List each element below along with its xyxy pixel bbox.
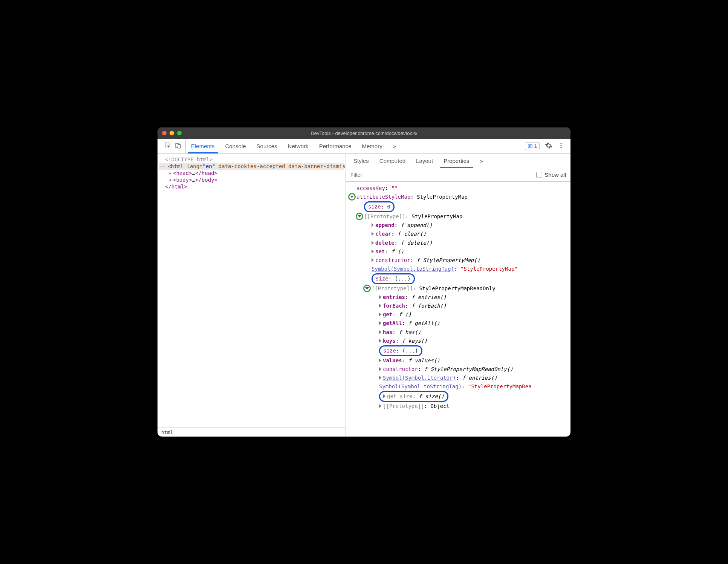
prop-tostringtag-2[interactable]: Symbol(Symbol.toStringTag): "StyleProper… — [349, 382, 567, 391]
prop-delete[interactable]: delete: f delete() — [349, 239, 567, 247]
tab-memory[interactable]: Memory — [357, 139, 388, 153]
device-toggle-icon[interactable] — [175, 142, 182, 150]
expanded-marker-icon[interactable] — [356, 213, 363, 220]
checkbox-icon[interactable] — [536, 172, 542, 178]
expand-icon[interactable] — [372, 258, 374, 262]
toolbar-right: 1 — [525, 142, 567, 151]
close-window-button[interactable] — [162, 131, 167, 135]
expand-icon[interactable] — [372, 232, 374, 236]
toolbar-icons — [161, 139, 186, 153]
expand-icon[interactable] — [372, 250, 374, 253]
prop-entries[interactable]: entries: f entries() — [349, 293, 567, 302]
issues-badge[interactable]: 1 — [525, 142, 540, 150]
side-tabs: Styles Computed Layout Properties » — [346, 154, 570, 168]
expand-icon[interactable] — [379, 376, 381, 380]
dom-head-element[interactable]: <head>…</head> — [159, 170, 344, 176]
prop-set[interactable]: set: f () — [349, 247, 567, 256]
more-side-tabs-button[interactable]: » — [475, 154, 488, 168]
prop-getall[interactable]: getAll: f getAll() — [349, 319, 567, 328]
tab-styles[interactable]: Styles — [348, 154, 374, 168]
tab-sources[interactable]: Sources — [251, 139, 283, 153]
expand-icon[interactable] — [379, 339, 381, 343]
tab-layout[interactable]: Layout — [411, 154, 438, 168]
highlight-oval: get size: f size() — [379, 391, 448, 402]
prop-get-size[interactable]: get size: f size() — [349, 391, 567, 402]
prop-size-0[interactable]: size: 0 — [349, 201, 567, 212]
expand-icon[interactable] — [170, 179, 171, 182]
inspect-icon[interactable] — [164, 142, 171, 150]
prop-accesskey[interactable]: accessKey: "" — [349, 184, 567, 193]
expand-icon[interactable] — [379, 295, 381, 299]
expand-icon[interactable] — [379, 304, 381, 308]
dom-body-element[interactable]: <body>…</body> — [159, 176, 344, 183]
prop-size-ellipsis-1[interactable]: size: (...) — [349, 273, 567, 284]
prop-clear[interactable]: clear: f clear() — [349, 230, 567, 238]
zoom-window-button[interactable] — [177, 131, 182, 135]
expand-icon[interactable] — [379, 404, 381, 408]
prop-keys[interactable]: keys: f keys() — [349, 337, 567, 345]
dom-doctype[interactable]: <!DOCTYPE html> — [159, 156, 344, 163]
expanded-marker-icon[interactable] — [348, 193, 356, 201]
svg-point-4 — [561, 143, 562, 144]
breadcrumb[interactable]: html — [158, 428, 346, 437]
expand-icon[interactable] — [379, 313, 381, 316]
dom-html-close[interactable]: </html> — [159, 183, 344, 190]
prop-constructor-2[interactable]: constructor: f StylePropertyMapReadOnly(… — [349, 365, 567, 374]
main-tabs: Elements Console Sources Network Perform… — [186, 139, 525, 153]
expand-icon[interactable] — [379, 359, 381, 362]
prop-prototype-3[interactable]: [[Prototype]]: Object — [349, 402, 567, 411]
tab-performance[interactable]: Performance — [314, 139, 357, 153]
svg-point-6 — [561, 147, 562, 148]
expand-icon[interactable] — [170, 172, 171, 175]
prop-prototype-2[interactable]: [[Prototype]]: StylePropertyMapReadOnly — [349, 284, 567, 293]
devtools-window: DevTools - developer.chrome.com/docs/dev… — [158, 127, 570, 437]
prop-attributestylemap[interactable]: attributeStyleMap: StylePropertyMap — [349, 193, 567, 201]
titlebar: DevTools - developer.chrome.com/docs/dev… — [158, 127, 570, 139]
filter-input[interactable] — [350, 172, 532, 178]
tab-properties[interactable]: Properties — [438, 154, 474, 168]
expand-icon[interactable] — [379, 367, 381, 371]
properties-tree[interactable]: accessKey: "" attributeStyleMap: StylePr… — [346, 182, 570, 437]
prop-symbol-iterator[interactable]: Symbol(Symbol.iterator): f entries() — [349, 374, 567, 382]
tab-computed[interactable]: Computed — [374, 154, 411, 168]
expanded-marker-icon[interactable] — [363, 285, 371, 292]
prop-has[interactable]: has: f has() — [349, 328, 567, 337]
prop-foreach[interactable]: forEach: f forEach() — [349, 302, 567, 310]
tab-console[interactable]: Console — [220, 139, 251, 153]
expand-icon[interactable] — [379, 330, 381, 334]
filter-bar: Show all — [346, 168, 570, 182]
prop-values[interactable]: values: f values() — [349, 356, 567, 365]
more-tabs-button[interactable]: » — [388, 139, 401, 153]
expand-icon[interactable] — [383, 394, 385, 398]
highlight-oval: size: 0 — [364, 201, 395, 212]
traffic-lights — [162, 131, 182, 135]
prop-constructor-1[interactable]: constructor: f StylePropertyMap() — [349, 256, 567, 265]
prop-append[interactable]: append: f append() — [349, 221, 567, 230]
settings-icon[interactable] — [545, 142, 552, 151]
window-title: DevTools - developer.chrome.com/docs/dev… — [158, 130, 570, 136]
main-toolbar: Elements Console Sources Network Perform… — [158, 139, 570, 154]
expand-icon[interactable] — [372, 241, 374, 245]
tab-network[interactable]: Network — [283, 139, 314, 153]
highlight-oval: size: (...) — [372, 273, 415, 284]
svg-point-5 — [561, 145, 562, 146]
dom-html-element[interactable]: <html lang="en" data-cookies-accepted da… — [159, 163, 344, 170]
prop-tostringtag-1[interactable]: Symbol(Symbol.toStringTag): "StyleProper… — [349, 265, 567, 273]
prop-get[interactable]: get: f () — [349, 310, 567, 319]
elements-panel: <!DOCTYPE html> <html lang="en" data-coo… — [158, 154, 346, 437]
highlight-oval: size: (...) — [379, 345, 422, 356]
svg-rect-2 — [178, 144, 180, 148]
more-menu-icon[interactable] — [558, 142, 564, 150]
content: <!DOCTYPE html> <html lang="en" data-coo… — [158, 154, 570, 437]
dom-tree[interactable]: <!DOCTYPE html> <html lang="en" data-coo… — [158, 154, 346, 428]
minimize-window-button[interactable] — [170, 131, 174, 135]
expand-icon[interactable] — [372, 223, 374, 227]
show-all-toggle[interactable]: Show all — [536, 172, 566, 178]
prop-prototype-1[interactable]: [[Prototype]]: StylePropertyMap — [349, 212, 567, 221]
prop-size-ellipsis-2[interactable]: size: (...) — [349, 345, 567, 356]
tab-elements[interactable]: Elements — [186, 139, 220, 153]
side-panel: Styles Computed Layout Properties » Show… — [346, 154, 570, 437]
expand-icon[interactable] — [379, 321, 381, 325]
